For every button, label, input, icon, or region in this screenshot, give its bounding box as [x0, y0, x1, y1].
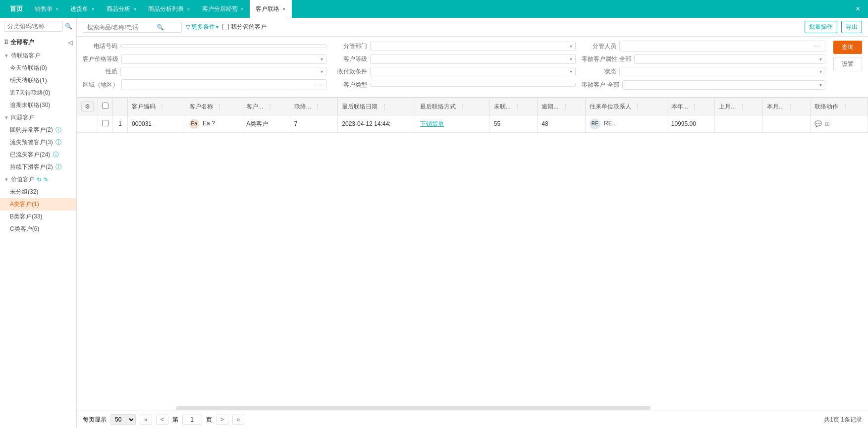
col-resizer-overdue[interactable]: ⋮ — [562, 103, 568, 110]
sidebar-group-problem[interactable]: ▼ 问题客户 — [0, 111, 76, 124]
dept-select[interactable]: ▾ — [370, 42, 576, 51]
col-header-check[interactable] — [98, 98, 113, 115]
col-header-last-method[interactable]: 最后联络方式 ⋮ — [416, 98, 490, 115]
col-header-code[interactable]: 客户编码 ⋮ — [128, 98, 185, 115]
sidebar-item-today[interactable]: 今天待联络(0) — [0, 62, 76, 74]
last-method-link[interactable]: 下销货单 — [420, 120, 444, 127]
sidebar-search-icon[interactable]: 🔍 — [65, 23, 72, 30]
nav-tab-analysis-list[interactable]: 商品分析列表 × — [142, 0, 196, 18]
customer-level-select[interactable]: ▾ — [370, 54, 576, 64]
sidebar-item-class-c[interactable]: C类客户(6) — [0, 223, 76, 235]
column-settings-btn[interactable]: ⚙ — [81, 101, 94, 112]
filter-search-input[interactable] — [87, 24, 157, 31]
col-header-type[interactable]: 客户... ⋮ — [242, 98, 290, 115]
sidebar-search-input[interactable] — [4, 21, 63, 32]
next-page-btn[interactable]: > — [216, 415, 228, 425]
more-conditions-btn[interactable]: ▽ 更多条件 ▾ — [186, 23, 218, 31]
nav-tab-home[interactable]: 首页 — [4, 0, 29, 18]
refresh-icon[interactable]: ↻ — [37, 176, 42, 183]
edit-icon[interactable]: ✎ — [44, 176, 49, 183]
col-resizer-action[interactable]: ⋮ — [842, 103, 848, 110]
col-resizer-unit-contact[interactable]: ⋮ — [635, 103, 641, 110]
settings-btn[interactable]: 设置 — [833, 57, 862, 71]
status-select[interactable]: ▾ — [619, 67, 825, 76]
sidebar-item-abnormal[interactable]: 回购异常客户(2) ⓘ — [0, 124, 76, 136]
sidebar-item-unclassified[interactable]: 未分组(32) — [0, 186, 76, 198]
sidebar-item-overdue[interactable]: 逾期未联络(30) — [0, 99, 76, 111]
col-header-settings[interactable]: ⚙ — [77, 98, 98, 115]
customer-type-input[interactable] — [370, 83, 576, 87]
sidebar-item-class-b[interactable]: B类客户(33) — [0, 211, 76, 223]
nav-tab-customer-segment[interactable]: 客户分层经营 × — [196, 0, 250, 18]
close-sales-tab[interactable]: × — [55, 6, 58, 12]
scatter-attr-select[interactable]: ▾ — [634, 54, 825, 64]
col-header-last-month[interactable]: 上月... ⋮ — [715, 98, 762, 115]
sidebar-group-pending[interactable]: ▼ 待联络客户 — [0, 50, 76, 62]
nav-tab-analysis[interactable]: 商品分析 × — [101, 0, 142, 18]
close-contact-tab[interactable]: × — [282, 6, 285, 12]
filter-search-box[interactable]: 🔍 — [83, 22, 182, 33]
payment-select[interactable]: ▾ — [370, 67, 576, 76]
horizontal-scrollbar[interactable] — [77, 405, 868, 411]
page-size-select[interactable]: 50 100 200 — [110, 414, 136, 425]
action-link-icon[interactable]: ⊞ — [825, 120, 830, 127]
col-resizer-this-year[interactable]: ⋮ — [692, 103, 698, 110]
row-check[interactable] — [98, 115, 113, 133]
action-comment-icon[interactable]: 💬 — [814, 120, 822, 127]
query-btn[interactable]: 查询 — [833, 41, 862, 54]
col-header-overdue[interactable]: 逾期... ⋮ — [538, 98, 585, 115]
col-resizer-no-contact[interactable]: ⋮ — [514, 103, 520, 110]
scatter-customer-select[interactable]: ▾ — [622, 80, 825, 90]
page-number-input[interactable] — [182, 415, 202, 425]
first-page-btn[interactable]: « — [140, 415, 152, 425]
col-resizer-this-month[interactable]: ⋮ — [787, 103, 793, 110]
sidebar-collapse-icon[interactable]: ◁ — [68, 39, 72, 46]
sidebar-item-declining[interactable]: 持续下滑客户(2) ⓘ — [0, 161, 76, 173]
sidebar-all-customers[interactable]: ⠿ 全部客户 ◁ — [0, 35, 76, 50]
manager-input[interactable]: ··· — [619, 41, 825, 52]
col-header-action[interactable]: 联络动作 ⋮ — [811, 98, 868, 115]
col-header-last-date[interactable]: 最后联络日期 ⋮ — [338, 98, 416, 115]
col-header-contact[interactable]: 联络... ⋮ — [290, 98, 337, 115]
close-purchase-tab[interactable]: × — [91, 6, 94, 12]
sidebar-group-value[interactable]: ▼ 价值客户 ↻ ✎ — [0, 173, 76, 186]
col-resizer-contact[interactable]: ⋮ — [315, 103, 321, 110]
scrollbar-thumb[interactable] — [176, 406, 651, 410]
select-all-checkbox[interactable] — [102, 103, 108, 109]
col-resizer-name[interactable]: ⋮ — [217, 103, 222, 110]
prev-page-btn[interactable]: < — [156, 415, 168, 425]
col-header-name[interactable]: 客户名称 ⋮ — [185, 98, 242, 115]
export-btn[interactable]: 导出 — [841, 21, 862, 33]
row-name[interactable]: Ea Ea ? — [185, 115, 242, 133]
nav-tab-purchase[interactable]: 进货单 × — [64, 0, 100, 18]
close-segment-tab[interactable]: × — [241, 6, 244, 12]
col-resizer-type[interactable]: ⋮ — [267, 103, 273, 110]
filter-search-icon[interactable]: 🔍 — [157, 24, 164, 31]
my-customers-checkbox[interactable]: 我分管的客户 — [222, 23, 267, 31]
nav-tab-sales[interactable]: 销售单 × — [29, 0, 64, 18]
sidebar-item-tomorrow[interactable]: 明天待联络(1) — [0, 74, 76, 87]
col-resizer-last-date[interactable]: ⋮ — [381, 103, 387, 110]
row-last-method[interactable]: 下销货单 — [416, 115, 490, 133]
col-header-this-year[interactable]: 本年... ⋮ — [667, 98, 714, 115]
my-customers-check[interactable] — [222, 24, 229, 30]
col-header-no-contact[interactable]: 未联... ⋮ — [489, 98, 537, 115]
row-checkbox[interactable] — [102, 120, 108, 126]
sidebar-item-lost[interactable]: 已流失客户(24) ⓘ — [0, 149, 76, 161]
phone-input[interactable] — [120, 44, 326, 48]
close-analysis-list-tab[interactable]: × — [187, 6, 190, 12]
col-header-unit-contact[interactable]: 往来单位联系人 ⋮ — [585, 98, 667, 115]
close-all-tabs[interactable]: × — [852, 4, 864, 13]
price-level-select[interactable]: ▾ — [121, 54, 326, 64]
sidebar-item-7days[interactable]: 近7天待联络(0) — [0, 87, 76, 99]
col-resizer-last-method[interactable]: ⋮ — [460, 103, 466, 110]
sidebar-item-at-risk[interactable]: 流失预警客户(3) ⓘ — [0, 136, 76, 149]
sidebar-item-class-a[interactable]: A类客户(1) — [0, 198, 76, 211]
col-header-this-month[interactable]: 本月... ⋮ — [762, 98, 810, 115]
col-resizer-last-month[interactable]: ⋮ — [740, 103, 746, 110]
region-input[interactable]: ··· — [121, 79, 326, 90]
batch-op-btn[interactable]: 批量操作 — [805, 21, 837, 33]
col-resizer-code[interactable]: ⋮ — [159, 103, 165, 110]
nature-select[interactable]: ▾ — [120, 67, 326, 76]
nav-tab-customer-contact[interactable]: 客户联络 × — [250, 0, 291, 18]
